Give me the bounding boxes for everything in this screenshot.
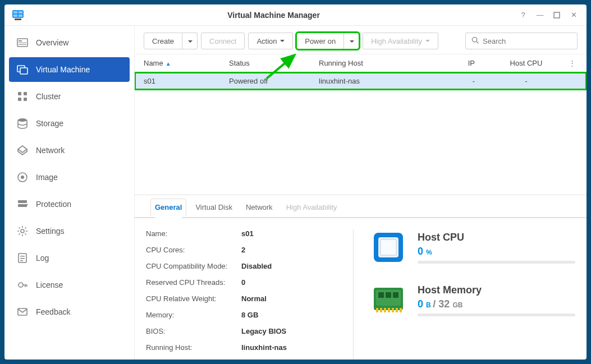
svg-rect-39 — [380, 308, 382, 312]
protection-icon — [17, 199, 28, 210]
toolbar: Create Connect Action Power on High Avai… — [135, 26, 587, 54]
sidebar-item-storage[interactable]: Storage — [9, 111, 130, 136]
detail-general-info: Name:s01 CPU Cores:2 CPU Compatibility M… — [146, 229, 354, 360]
kv-val: Legacy BIOS — [241, 327, 286, 335]
kv-key: BIOS: — [146, 327, 241, 335]
power-on-dropdown[interactable] — [344, 33, 359, 49]
svg-rect-12 — [20, 68, 28, 74]
minimize-button[interactable]: — — [534, 9, 546, 21]
stat-title: Host CPU — [418, 232, 575, 243]
titlebar: Virtual Machine Manager ? — ✕ — [4, 4, 587, 26]
log-icon — [17, 252, 28, 264]
col-header-ip[interactable]: IP — [402, 59, 486, 67]
window-controls: ? — ✕ — [517, 9, 580, 21]
search-icon — [471, 36, 479, 46]
app-window: Virtual Machine Manager ? — ✕ Overview V… — [4, 4, 587, 360]
power-on-button[interactable]: Power on — [296, 33, 344, 49]
create-dropdown[interactable] — [182, 33, 198, 49]
svg-rect-25 — [20, 258, 25, 259]
svg-rect-16 — [24, 98, 27, 101]
sidebar-item-label: Cluster — [36, 92, 61, 101]
svg-rect-14 — [24, 92, 27, 95]
table-row[interactable]: s01 Powered off linuxhint-nas - - — [135, 72, 587, 90]
chevron-down-icon — [424, 36, 430, 46]
sidebar-item-label: Network — [36, 146, 65, 155]
svg-rect-40 — [384, 308, 386, 312]
kv-val: 2 — [241, 246, 245, 254]
stat-host-memory: Host Memory 0 B / 32 GB — [370, 282, 575, 318]
kv-key: Running Host: — [146, 343, 241, 352]
svg-point-22 — [21, 229, 24, 233]
cell-name: s01 — [144, 77, 229, 85]
network-icon — [17, 145, 28, 156]
detail-stats: Host CPU 0 % Host Memory — [354, 229, 575, 360]
kv-val: Disabled — [241, 262, 272, 270]
detail-tabs: General Virtual Disk Network High Availa… — [135, 195, 587, 218]
stat-host-cpu: Host CPU 0 % — [370, 229, 575, 265]
tab-high-availability: High Availability — [286, 203, 337, 218]
svg-rect-26 — [20, 260, 23, 261]
sidebar-item-feedback[interactable]: Feedback — [9, 300, 130, 324]
stat-bar — [418, 314, 575, 316]
table-header: Name▲ Status Running Host IP Host CPU ⋮ — [135, 54, 587, 72]
kv-key: CPU Relative Weight: — [146, 294, 241, 303]
col-header-host[interactable]: Running Host — [319, 59, 402, 67]
stat-value: 0 — [418, 246, 423, 257]
svg-rect-2 — [19, 11, 22, 13]
window-title: Virtual Machine Manager — [30, 11, 517, 20]
svg-rect-32 — [381, 239, 396, 255]
col-header-status[interactable]: Status — [229, 59, 319, 67]
sidebar-item-network[interactable]: Network — [9, 138, 130, 163]
close-button[interactable]: ✕ — [567, 9, 580, 21]
sidebar-item-license[interactable]: License — [9, 273, 130, 297]
tab-general[interactable]: General — [155, 203, 182, 218]
connect-button[interactable]: Connect — [201, 33, 245, 49]
cell-cpu: - — [486, 77, 566, 85]
feedback-icon — [17, 306, 28, 317]
sidebar-item-label: Image — [36, 173, 58, 182]
sidebar-item-virtual-machine[interactable]: Virtual Machine — [9, 57, 130, 82]
kv-key: CPU Cores: — [146, 246, 241, 254]
sidebar-item-settings[interactable]: Settings — [9, 219, 130, 243]
sidebar-item-label: Overview — [36, 38, 68, 47]
svg-rect-44 — [400, 308, 402, 312]
sidebar-item-log[interactable]: Log — [9, 246, 130, 270]
svg-rect-10 — [19, 44, 26, 45]
svg-point-29 — [472, 37, 477, 42]
power-on-highlight: Power on — [296, 33, 359, 49]
action-button[interactable]: Action — [248, 33, 293, 49]
kv-key: Reserved CPU Threads: — [146, 278, 241, 287]
sidebar-item-overview[interactable]: Overview — [9, 30, 130, 55]
col-header-name[interactable]: Name▲ — [144, 59, 229, 67]
sidebar-item-label: License — [36, 280, 63, 289]
svg-point-17 — [18, 118, 27, 122]
settings-icon — [17, 225, 28, 237]
sidebar-item-cluster[interactable]: Cluster — [9, 84, 130, 109]
stat-total-unit: GB — [452, 301, 462, 309]
col-more-icon[interactable]: ⋮ — [566, 59, 578, 67]
app-icon — [11, 8, 25, 22]
svg-rect-24 — [20, 256, 25, 257]
svg-rect-35 — [378, 292, 384, 298]
high-availability-button[interactable]: High Availability — [363, 33, 438, 49]
search-box[interactable] — [465, 33, 578, 49]
chevron-down-icon — [279, 36, 285, 46]
stat-total: 32 — [438, 298, 450, 310]
stat-unit: B — [426, 301, 431, 309]
maximize-button[interactable] — [551, 9, 563, 21]
tab-network[interactable]: Network — [246, 203, 273, 218]
search-input[interactable] — [483, 37, 577, 45]
svg-rect-1 — [13, 11, 17, 13]
sidebar-item-image[interactable]: Image — [9, 165, 130, 190]
stat-bar — [418, 261, 575, 264]
svg-rect-41 — [388, 308, 390, 312]
main-panel: Create Connect Action Power on High Avai… — [135, 26, 587, 360]
svg-rect-20 — [18, 200, 27, 203]
col-header-cpu[interactable]: Host CPU — [486, 59, 566, 67]
svg-rect-37 — [393, 292, 398, 298]
tab-virtual-disk[interactable]: Virtual Disk — [195, 203, 232, 218]
create-button[interactable]: Create — [144, 33, 182, 49]
help-button[interactable]: ? — [517, 9, 529, 21]
cell-ip: - — [402, 77, 486, 85]
sidebar-item-protection[interactable]: Protection — [9, 192, 130, 216]
